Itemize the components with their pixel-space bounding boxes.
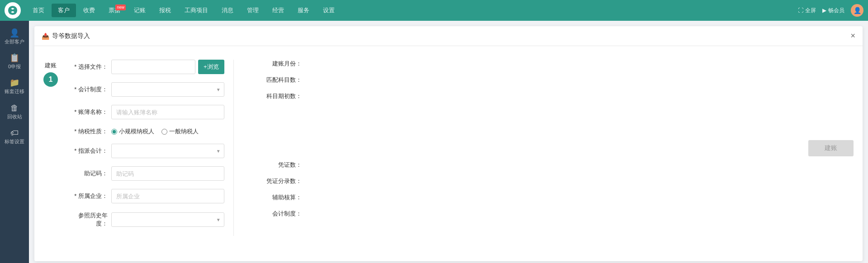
sidebar-item-all-customers[interactable]: 👤 全部客户 bbox=[0, 24, 29, 49]
nav-home[interactable]: 首页 bbox=[26, 4, 51, 17]
accountant-select[interactable] bbox=[111, 144, 224, 158]
tag-settings-icon: 🏷 bbox=[10, 129, 19, 137]
account-migration-icon: 📁 bbox=[9, 79, 19, 87]
company-row: * 所属企业： bbox=[71, 189, 224, 203]
accountant-row: * 指派会计： ▼ bbox=[71, 144, 224, 158]
fullscreen-button[interactable]: ⛶ 全屏 bbox=[798, 7, 816, 14]
tax-general-radio[interactable] bbox=[161, 129, 167, 135]
sidebar-item-label-recycle: 回收站 bbox=[7, 114, 22, 120]
tax-type-row: * 纳税性质： 小规模纳税人 一般纳税人 bbox=[71, 127, 224, 136]
user-avatar[interactable]: 👤 bbox=[851, 4, 863, 17]
sidebar-item-label-report: 0申报 bbox=[8, 64, 21, 70]
ledger-name-label: * 账簿名称： bbox=[71, 108, 108, 116]
aux-accounting-row: 辅助核算： bbox=[261, 193, 854, 202]
top-nav: 首页 客户 收费 票据 new 记账 报税 工商项目 消息 管理 经营 服务 设… bbox=[0, 0, 868, 21]
build-account-button[interactable]: 建账 bbox=[808, 140, 854, 156]
nav-message[interactable]: 消息 bbox=[215, 4, 240, 17]
company-input[interactable] bbox=[111, 189, 224, 203]
accounting-system-row: 会计制度： bbox=[261, 210, 854, 218]
history-year-select-wrapper: ▼ bbox=[111, 212, 224, 227]
svg-point-0 bbox=[8, 6, 17, 15]
nav-fee[interactable]: 收费 bbox=[77, 4, 101, 17]
import-icon: 📤 bbox=[42, 33, 49, 40]
form-section: * 选择文件： +浏览 * 会计制度： bbox=[71, 60, 224, 236]
subject-initial-row: 科目期初数： bbox=[261, 92, 854, 100]
nav-tax[interactable]: 报税 bbox=[153, 4, 177, 17]
tax-general-option[interactable]: 一般纳税人 bbox=[161, 127, 199, 136]
panel-close-button[interactable]: × bbox=[850, 32, 855, 40]
form-divider bbox=[233, 60, 234, 236]
accountant-select-wrapper: ▼ bbox=[111, 144, 224, 158]
file-row: * 选择文件： +浏览 bbox=[71, 60, 224, 74]
nav-business[interactable]: 工商项目 bbox=[178, 4, 214, 17]
panel-title: 导爷数据导入 bbox=[52, 32, 90, 40]
history-year-select[interactable] bbox=[111, 212, 224, 227]
all-customers-icon: 👤 bbox=[9, 29, 19, 37]
file-input-group: +浏览 bbox=[111, 60, 224, 74]
tax-small-option[interactable]: 小规模纳税人 bbox=[111, 127, 154, 136]
nav-customer[interactable]: 客户 bbox=[52, 4, 76, 17]
sidebar-item-label-all-customers: 全部客户 bbox=[5, 39, 24, 45]
accounting-select-wrapper: ▼ bbox=[111, 82, 224, 97]
nav-ledger[interactable]: 记账 bbox=[128, 4, 152, 17]
sidebar-item-recycle[interactable]: 🗑 回收站 bbox=[0, 99, 29, 124]
import-panel: 📤 导爷数据导入 × 建账 1 bbox=[34, 26, 863, 261]
tax-general-label: 一般纳税人 bbox=[169, 127, 199, 136]
sidebar: 👤 全部客户 📋 0申报 📁 账套迁移 🗑 回收站 🏷 标签设置 bbox=[0, 21, 29, 263]
nav-settings[interactable]: 设置 bbox=[317, 4, 341, 17]
nav-right: ⛶ 全屏 ▶ 畅会员 👤 bbox=[798, 4, 863, 17]
tax-type-radio-group: 小规模纳税人 一般纳税人 bbox=[111, 127, 199, 136]
file-input[interactable] bbox=[111, 60, 195, 74]
tax-type-label: * 纳税性质： bbox=[71, 127, 108, 136]
memo-row: 助记码： bbox=[71, 166, 224, 181]
sidebar-item-account-migration[interactable]: 📁 账套迁移 bbox=[0, 74, 29, 99]
match-subject-label: 匹配科目数： bbox=[261, 76, 302, 84]
company-label: * 所属企业： bbox=[71, 192, 108, 200]
sidebar-item-report[interactable]: 📋 0申报 bbox=[0, 49, 29, 74]
build-month-row: 建账月份： bbox=[261, 60, 854, 68]
voucher-label: 凭证数： bbox=[261, 161, 302, 169]
member-button[interactable]: ▶ 畅会员 bbox=[822, 7, 844, 14]
panel-header: 📤 导爷数据导入 × bbox=[34, 26, 863, 46]
accounting-row: * 会计制度： ▼ bbox=[71, 82, 224, 97]
recycle-icon: 🗑 bbox=[10, 104, 19, 112]
info-section: 建账月份： 匹配科目数： 科目期初数： 建账 bbox=[243, 60, 854, 236]
memo-label: 助记码： bbox=[71, 169, 108, 178]
tax-small-radio[interactable] bbox=[111, 129, 117, 135]
aux-accounting-label: 辅助核算： bbox=[261, 193, 302, 202]
panel-body: 建账 1 * 选择文件： +浏览 bbox=[34, 46, 863, 249]
member-label: 畅会员 bbox=[828, 7, 844, 14]
sidebar-item-label-tags: 标签设置 bbox=[5, 139, 24, 145]
history-year-label: 参照历史年度： bbox=[71, 211, 108, 228]
browse-button[interactable]: +浏览 bbox=[198, 60, 224, 74]
app-logo[interactable] bbox=[5, 2, 21, 19]
ledger-name-row: * 账簿名称： bbox=[71, 105, 224, 119]
accounting-system-label: 会计制度： bbox=[261, 210, 302, 218]
nav-operation[interactable]: 经营 bbox=[266, 4, 290, 17]
left-section: 建账 1 * 选择文件： +浏览 bbox=[43, 60, 224, 236]
fullscreen-icon: ⛶ bbox=[798, 7, 803, 14]
match-subject-row: 匹配科目数： bbox=[261, 76, 854, 84]
nav-invoice[interactable]: 票据 new bbox=[102, 4, 127, 17]
history-year-row: 参照历史年度： ▼ bbox=[71, 211, 224, 228]
step-circle: 1 bbox=[43, 72, 58, 87]
member-icon: ▶ bbox=[822, 7, 826, 14]
accounting-label: * 会计制度： bbox=[71, 85, 108, 94]
memo-input[interactable] bbox=[111, 166, 224, 181]
main-content: 📤 导爷数据导入 × 建账 1 bbox=[29, 21, 868, 263]
main-layout: 👤 全部客户 📋 0申报 📁 账套迁移 🗑 回收站 🏷 标签设置 📤 导爷数据导… bbox=[0, 21, 868, 263]
nav-service[interactable]: 服务 bbox=[291, 4, 316, 17]
sidebar-item-label-migration: 账套迁移 bbox=[5, 89, 24, 94]
accounting-select[interactable] bbox=[111, 82, 224, 97]
step-number: 1 bbox=[49, 75, 53, 84]
sidebar-item-tag-settings[interactable]: 🏷 标签设置 bbox=[0, 124, 29, 149]
ledger-name-input[interactable] bbox=[111, 105, 224, 119]
report-icon: 📋 bbox=[9, 54, 19, 62]
fullscreen-label: 全屏 bbox=[805, 7, 816, 14]
build-button-container: 建账 bbox=[261, 113, 854, 156]
build-month-label: 建账月份： bbox=[261, 60, 302, 68]
main-nav: 首页 客户 收费 票据 new 记账 报税 工商项目 消息 管理 经营 服务 设… bbox=[26, 4, 798, 17]
accountant-label: * 指派会计： bbox=[71, 147, 108, 155]
new-badge: new bbox=[115, 5, 126, 10]
nav-manage[interactable]: 管理 bbox=[241, 4, 265, 17]
